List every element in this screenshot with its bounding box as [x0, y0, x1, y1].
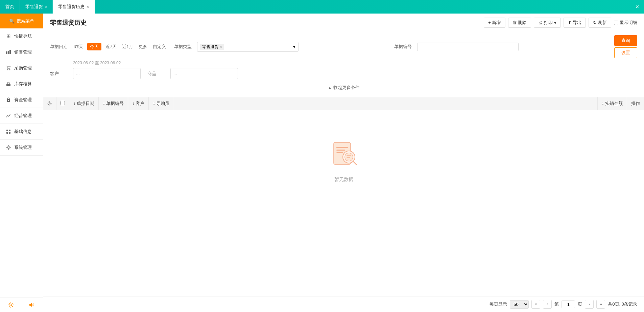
- sidebar-item-purchase-mgmt[interactable]: 采购管理: [0, 60, 43, 76]
- sidebar-item-quick-nav[interactable]: ⊞ 快捷导航: [0, 28, 43, 44]
- th-bill-no-label: ↕ 单据编号: [103, 101, 124, 106]
- date-option-today[interactable]: 今天: [87, 43, 101, 50]
- type-filter-tag-remove[interactable]: ×: [220, 45, 222, 49]
- tab-retail-return-history-label: 零售退货历史: [58, 4, 85, 10]
- goods-filter: 商品 ...: [147, 68, 238, 79]
- sidebar-item-basic-info[interactable]: 基础信息: [0, 124, 43, 140]
- search-menu-button[interactable]: 🔍 搜索菜单: [0, 14, 43, 28]
- customer-filter: 客户 ...: [50, 68, 141, 79]
- date-option-custom[interactable]: 自定义: [151, 43, 167, 50]
- setting-button[interactable]: 设置: [614, 47, 637, 58]
- goods-filter-select[interactable]: ...: [170, 68, 238, 79]
- th-bill-no[interactable]: ↕ 单据编号: [99, 97, 128, 110]
- prev-page-button[interactable]: ‹: [543, 300, 552, 309]
- th-action-label: 操作: [631, 101, 640, 106]
- th-action: 操作: [627, 97, 644, 110]
- date-option-1month[interactable]: 近1月: [121, 43, 135, 50]
- filter-area: 单据日期 昨天 今天 近7天 近1月 更多 自定义 单据类型: [50, 32, 637, 97]
- sidebar-item-basic-info-label: 基础信息: [14, 129, 32, 135]
- tab-retail-return-close[interactable]: ×: [45, 5, 47, 9]
- query-button-label: 查询: [621, 38, 630, 44]
- query-button[interactable]: 查询: [614, 35, 637, 46]
- sidebar-item-finance-label: 资金管理: [14, 97, 32, 103]
- tab-home[interactable]: 首页: [0, 0, 20, 14]
- th-amount[interactable]: ↕ 实销金额: [597, 97, 627, 110]
- svg-point-7: [8, 100, 9, 101]
- per-page-label: 每页显示: [490, 301, 507, 307]
- window-close-button[interactable]: ×: [630, 3, 644, 10]
- date-options: 昨天 今天 近7天 近1月 更多 自定义: [73, 43, 167, 50]
- query-setting-buttons: 查询 设置: [614, 35, 637, 58]
- show-detail-label: 显示明细: [620, 20, 637, 26]
- settings-gear-button[interactable]: [4, 298, 18, 312]
- th-date[interactable]: ↕ 单据日期: [69, 97, 99, 110]
- page-title-row: 零售退货历史 + 新增 🗑 删除 🖨 打印 ▾ ⬆ 导出: [50, 18, 637, 28]
- delete-button-label: 🗑 删除: [512, 20, 527, 26]
- tab-retail-return[interactable]: 零售退货 ×: [20, 0, 53, 14]
- th-spacer: [174, 97, 597, 110]
- th-customer-label: ↕ 客户: [132, 101, 144, 106]
- type-filter: 单据类型 零售退货 × ▾: [174, 42, 387, 52]
- next-page-button[interactable]: ›: [585, 300, 594, 309]
- sidebar-item-finance[interactable]: 资金管理: [0, 92, 43, 108]
- bill-no-input[interactable]: [417, 43, 519, 51]
- type-filter-select[interactable]: 零售退货 × ▾: [197, 42, 299, 52]
- delete-button[interactable]: 🗑 删除: [508, 18, 531, 28]
- th-amount-label: ↕ 实销金额: [602, 101, 623, 106]
- finance-icon: [5, 97, 11, 103]
- top-bar: 首页 零售退货 × 零售退货历史 × ×: [0, 0, 644, 14]
- page-number-input[interactable]: [562, 300, 575, 308]
- sidebar-item-operation[interactable]: 经营管理: [0, 108, 43, 124]
- refresh-button[interactable]: ↻ 刷新: [589, 18, 611, 28]
- empty-state: 暂无数据: [43, 110, 644, 210]
- last-page-button[interactable]: »: [596, 300, 605, 309]
- tab-retail-return-history-close[interactable]: ×: [87, 5, 89, 9]
- date-filter-label: 单据日期: [50, 44, 70, 50]
- tab-retail-return-history[interactable]: 零售退货历史 ×: [53, 0, 94, 14]
- select-all-checkbox[interactable]: [61, 101, 65, 105]
- search-icon: 🔍: [9, 19, 15, 24]
- customer-placeholder: ...: [76, 70, 80, 77]
- collapse-icon: ▲: [328, 85, 332, 90]
- table-container: ↕ 单据日期 ↕ 单据编号 ↕ 客户 ↕ 导购员 ↕: [43, 97, 644, 296]
- date-option-more[interactable]: 更多: [137, 43, 149, 50]
- print-button[interactable]: 🖨 打印 ▾: [534, 18, 561, 28]
- sidebar-item-system[interactable]: 系统管理: [0, 140, 43, 156]
- print-button-label: 🖨 打印: [538, 20, 553, 26]
- setting-button-label: 设置: [621, 50, 630, 56]
- bill-no-label: 单据编号: [394, 44, 414, 50]
- type-filter-dropdown-icon: ▾: [293, 44, 295, 49]
- svg-line-21: [353, 161, 356, 164]
- page-number-label: 第: [554, 301, 559, 307]
- volume-button[interactable]: [25, 298, 39, 312]
- customer-label: 客户: [50, 71, 70, 77]
- show-detail-checkbox-label[interactable]: 显示明细: [614, 20, 637, 26]
- show-detail-checkbox[interactable]: [614, 21, 618, 25]
- svg-point-4: [9, 69, 10, 70]
- date-option-yesterday[interactable]: 昨天: [73, 43, 85, 50]
- tab-home-label: 首页: [5, 4, 14, 10]
- per-page-select[interactable]: 20 50 100: [510, 300, 529, 309]
- sidebar-item-sales-mgmt[interactable]: 销售管理: [0, 44, 43, 60]
- export-button[interactable]: ⬆ 导出: [564, 18, 586, 28]
- svg-point-13: [10, 304, 12, 306]
- collapse-button[interactable]: ▲ 收起更多条件: [325, 83, 362, 92]
- svg-point-3: [7, 69, 8, 70]
- svg-rect-9: [9, 130, 10, 131]
- th-guide[interactable]: ↕ 导购员: [149, 97, 174, 110]
- date-option-7days[interactable]: 近7天: [104, 43, 118, 50]
- th-checkbox[interactable]: [56, 97, 69, 110]
- new-button[interactable]: + 新增: [484, 18, 505, 28]
- svg-rect-0: [6, 51, 7, 54]
- toolbar-buttons: + 新增 🗑 删除 🖨 打印 ▾ ⬆ 导出 ↻ 刷新: [484, 18, 637, 28]
- collapse-label: 收起更多条件: [333, 85, 360, 91]
- th-customer[interactable]: ↕ 客户: [128, 97, 149, 110]
- customer-filter-select[interactable]: ...: [73, 68, 141, 79]
- total-label: 共0页, 0条记录: [608, 301, 637, 307]
- first-page-button[interactable]: «: [531, 300, 540, 309]
- search-menu-label: 搜索菜单: [17, 18, 34, 24]
- th-gear: [43, 97, 56, 110]
- tab-retail-return-label: 零售退货: [25, 4, 43, 10]
- svg-rect-17: [336, 150, 345, 151]
- sidebar-item-inventory[interactable]: 库存核算: [0, 76, 43, 92]
